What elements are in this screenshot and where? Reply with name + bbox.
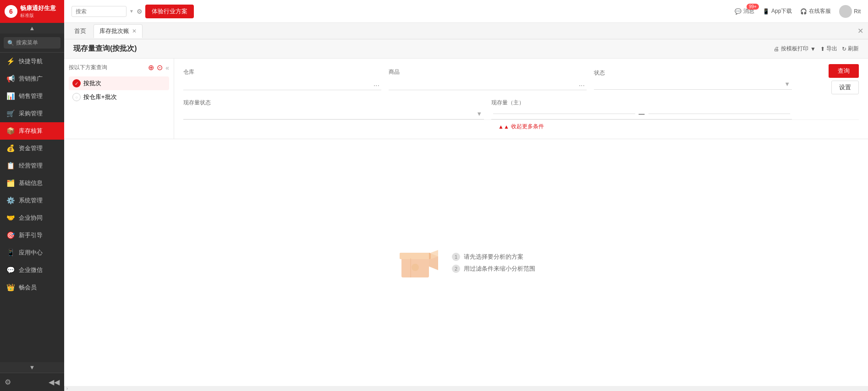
collapse-filter-button[interactable]: ▲▲ 收起更多条件 — [183, 119, 859, 133]
empty-box-svg — [397, 244, 438, 281]
template-print-button[interactable]: 🖨 按模板打印 ▼ — [774, 45, 816, 53]
filter-left-actions: ⊕ ⊙ « — [148, 63, 169, 72]
sidebar-item-enterprise[interactable]: 🤝 企业协同 — [0, 209, 64, 227]
sidebar-item-purchase[interactable]: 🛒 采购管理 — [0, 105, 64, 122]
main-area: ▼ ⚙ 体验行业方案 💬 消息 99+ 📱 App下载 🎧 在线客服 Rit — [64, 0, 868, 391]
template-dropdown-icon[interactable]: ▼ — [810, 46, 816, 52]
tab-inventory-batch[interactable]: 库存批次账 ✕ — [93, 24, 143, 38]
topbar-dropdown-icon[interactable]: ▼ — [129, 9, 134, 14]
user-avatar — [839, 5, 852, 18]
sidebar-scroll-up[interactable]: ▲ — [0, 23, 64, 33]
sidebar-item-quick[interactable]: ⚡ 快捷导航 — [0, 53, 64, 70]
product-input[interactable]: ... — [389, 78, 587, 90]
status-input[interactable]: ▼ — [594, 79, 792, 90]
sidebar-item-wechat[interactable]: 💬 企业微信 — [0, 261, 64, 279]
sidebar-item-operation[interactable]: 📋 经营管理 — [0, 157, 64, 174]
sales-icon: 📊 — [6, 92, 15, 100]
empty-steps: 1 请先选择要分析的方案 2 用过滤条件来缩小分析范围 — [452, 253, 535, 273]
topbar-customer-service[interactable]: 🎧 在线客服 — [800, 7, 831, 15]
collapse-left-icon[interactable]: « — [165, 64, 169, 71]
print-icon: 🖨 — [774, 46, 779, 52]
message-badge: 99+ — [747, 4, 759, 10]
svg-point-5 — [412, 264, 419, 271]
filter-status-field: 状态 ▼ — [594, 69, 792, 90]
step-2-number: 2 — [452, 265, 460, 273]
scheme-by-warehouse-batch[interactable]: ○ 按仓库+批次 — [69, 90, 169, 104]
empty-state: 1 请先选择要分析的方案 2 用过滤条件来缩小分析范围 — [64, 139, 868, 386]
add-scheme-icon[interactable]: ⊕ — [148, 63, 154, 72]
sidebar-item-sales[interactable]: 📊 销售管理 — [0, 87, 64, 105]
tab-home[interactable]: 首页 — [69, 24, 92, 38]
content-area: 现存量查询(按批次) 🖨 按模板打印 ▼ ⬆ 导出 ↻ 刷新 — [64, 39, 868, 386]
inventory-status-select[interactable]: ▼ — [183, 109, 484, 119]
scheme-inactive-icon: ○ — [72, 93, 81, 101]
sidebar-item-basic[interactable]: 🗂️ 基础信息 — [0, 174, 64, 192]
sidebar-search[interactable]: 🔍 搜索菜单 — [0, 33, 64, 53]
system-icon: ⚙️ — [6, 196, 15, 205]
scheme-settings-icon[interactable]: ⊙ — [157, 63, 163, 72]
tabbar: 首页 库存批次账 ✕ ✕ — [64, 23, 868, 39]
refresh-button[interactable]: ↻ 刷新 — [842, 45, 859, 53]
filter-warehouse-field: 仓库 ... — [183, 68, 381, 90]
topbar-app-download[interactable]: 📱 App下载 — [763, 7, 792, 15]
sidebar: 6 畅康通好生意 标准版 ▲ 🔍 搜索菜单 ⚡ 快捷导航 📢 营销推广 📊 销售… — [0, 0, 64, 391]
sidebar-item-appstore[interactable]: 📱 应用中心 — [0, 244, 64, 261]
sidebar-header-text: 畅康通好生意 标准版 — [20, 5, 56, 18]
trial-button[interactable]: 体验行业方案 — [145, 5, 194, 18]
search-icon: 🔍 — [7, 40, 14, 46]
topbar-user[interactable]: Rit — [839, 5, 861, 18]
sidebar-item-guide[interactable]: 🎯 新手引导 — [0, 227, 64, 244]
topbar-breadcrumb: ▼ ⚙ 体验行业方案 — [71, 5, 730, 18]
sidebar-collapse-icon[interactable]: ◀◀ — [49, 378, 60, 386]
warehouse-input[interactable]: ... — [183, 78, 381, 90]
export-button[interactable]: ⬆ 导出 — [820, 45, 837, 53]
status-dropdown-icon[interactable]: ▼ — [784, 81, 790, 87]
filter-left-panel: 按以下方案查询 ⊕ ⊙ « ✓ 按批次 ○ 按仓库+批次 — [64, 59, 174, 139]
settings-button[interactable]: 设置 — [831, 81, 859, 94]
finance-icon: 💰 — [6, 144, 15, 152]
topbar-gear-icon[interactable]: ⚙ — [137, 8, 143, 15]
sidebar-item-inventory[interactable]: 📦 库存核算 — [0, 122, 64, 140]
topbar-search-input[interactable] — [71, 6, 126, 17]
sidebar-item-system[interactable]: ⚙️ 系统管理 — [0, 192, 64, 209]
inventory-qty-input[interactable]: — — [491, 109, 792, 119]
page-header: 现存量查询(按批次) 🖨 按模板打印 ▼ ⬆ 导出 ↻ 刷新 — [64, 39, 868, 59]
sidebar-item-member[interactable]: 👑 畅会员 — [0, 279, 64, 296]
inventory-icon: 📦 — [6, 127, 15, 135]
right-collapse-handle[interactable]: › — [64, 386, 70, 391]
scheme-by-batch[interactable]: ✓ 按批次 — [69, 76, 169, 90]
empty-step-2: 2 用过滤条件来缩小分析范围 — [452, 265, 535, 273]
message-icon: 💬 — [735, 8, 742, 15]
empty-step-1: 1 请先选择要分析的方案 — [452, 253, 535, 261]
svg-rect-1 — [400, 253, 431, 259]
filter-left-header: 按以下方案查询 ⊕ ⊙ « — [69, 63, 169, 72]
qty-range-input-start[interactable] — [493, 114, 635, 114]
empty-illustration: 1 请先选择要分析的方案 2 用过滤条件来缩小分析范围 — [397, 244, 535, 281]
collapse-up-icon: ▲▲ — [498, 124, 509, 130]
appstore-icon: 📱 — [6, 249, 15, 257]
settings-footer-icon[interactable]: ⚙ — [5, 378, 11, 386]
status-select-dropdown-icon[interactable]: ▼ — [476, 110, 482, 117]
filter-right-panel: 仓库 ... 商品 ... 状态 — [174, 59, 868, 139]
topbar-message[interactable]: 💬 消息 99+ — [735, 7, 754, 15]
qty-range-input-end[interactable] — [648, 114, 791, 114]
sidebar-header: 6 畅康通好生意 标准版 — [0, 0, 64, 23]
sidebar-scroll-down[interactable]: ▼ — [0, 362, 64, 373]
topbar: ▼ ⚙ 体验行业方案 💬 消息 99+ 📱 App下载 🎧 在线客服 Rit — [64, 0, 868, 23]
sidebar-item-finance[interactable]: 💰 资金管理 — [0, 140, 64, 157]
sidebar-footer: ⚙ ◀◀ — [0, 373, 64, 391]
warehouse-dots-icon[interactable]: ... — [374, 80, 379, 88]
quick-icon: ⚡ — [6, 57, 15, 65]
query-button[interactable]: 查询 — [829, 64, 859, 78]
operation-icon: 📋 — [6, 162, 15, 170]
tab-close-icon[interactable]: ✕ — [132, 28, 137, 34]
enterprise-icon: 🤝 — [6, 214, 15, 222]
wechat-icon: 💬 — [6, 266, 15, 274]
purchase-icon: 🛒 — [6, 109, 15, 118]
product-dots-icon[interactable]: ... — [579, 80, 585, 88]
filter-row-1: 仓库 ... 商品 ... 状态 — [183, 64, 859, 94]
basic-icon: 🗂️ — [6, 179, 15, 187]
sidebar-item-marketing[interactable]: 📢 营销推广 — [0, 70, 64, 87]
tab-close-main-icon[interactable]: ✕ — [857, 27, 863, 35]
member-icon: 👑 — [6, 283, 15, 292]
